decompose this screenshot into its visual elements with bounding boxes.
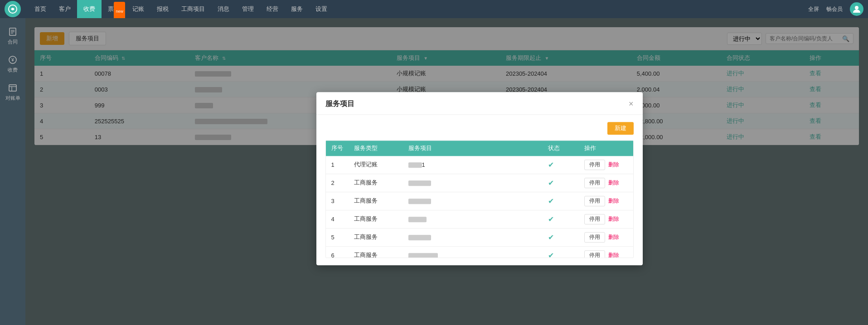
- modal-cell-item: [403, 228, 543, 246]
- modal-col-seq: 序号: [326, 141, 349, 156]
- modal-cell-seq: 5: [326, 228, 349, 246]
- modal-cell-status: ✔: [543, 210, 579, 228]
- modal-cell-item: [403, 246, 543, 258]
- modal-table-row: 5 工商服务 ✔ 停用 删除: [326, 228, 633, 246]
- modal-cell-type: 代理记账: [349, 156, 403, 174]
- modal-cell-seq: 3: [326, 192, 349, 210]
- status-check-icon: ✔: [548, 233, 554, 241]
- nav-fee[interactable]: 收费: [77, 0, 102, 18]
- sidebar-item-contract[interactable]: 合同: [1, 23, 24, 49]
- svg-rect-8: [9, 85, 16, 91]
- modal-cell-action: 停用 删除: [579, 210, 633, 228]
- modal-cell-action: 停用 删除: [579, 246, 633, 258]
- stop-button[interactable]: 停用: [584, 250, 605, 258]
- fee-icon: ¥: [7, 54, 18, 65]
- modal-cell-status: ✔: [543, 156, 579, 174]
- modal-cell-action: 停用 删除: [579, 192, 633, 210]
- sidebar: 合同 ¥ 收费 对账单: [0, 18, 25, 325]
- modal-col-type: 服务类型: [349, 141, 403, 156]
- service-items-table: 序号 服务类型 服务项目 状态 操作 1 代理记账: [326, 141, 633, 258]
- modal-table-wrapper[interactable]: 序号 服务类型 服务项目 状态 操作 1 代理记账: [325, 140, 634, 258]
- modal-cell-seq: 1: [326, 156, 349, 174]
- modal-cell-status: ✔: [543, 228, 579, 246]
- nav-tax[interactable]: 报税: [150, 0, 175, 18]
- modal-title: 服务项目: [325, 99, 354, 109]
- nav-message[interactable]: 消息: [211, 0, 236, 18]
- modal-cell-status: ✔: [543, 246, 579, 258]
- nav-service[interactable]: 服务: [285, 0, 309, 18]
- top-navigation: 首页 客户 收费 票据 new 记账 报税 工商项目 消息 管理 经营 服务 设…: [0, 0, 868, 18]
- svg-point-1: [855, 6, 858, 10]
- modal-cell-type: 工商服务: [349, 174, 403, 192]
- sidebar-item-reconcile[interactable]: 对账单: [1, 79, 24, 105]
- contract-icon: [7, 26, 18, 37]
- modal-header: 服务项目 ×: [316, 92, 643, 115]
- stop-button[interactable]: 停用: [584, 214, 605, 224]
- delete-button[interactable]: 删除: [608, 215, 619, 223]
- modal-body: 新建 序号 服务类型 服务项目 状态 操作: [316, 115, 643, 265]
- reconcile-icon: [7, 82, 18, 93]
- nav-manage[interactable]: 管理: [236, 0, 260, 18]
- modal-cell-action: 停用 删除: [579, 156, 633, 174]
- modal-cell-action: 停用 删除: [579, 174, 633, 192]
- modal-close-button[interactable]: ×: [629, 100, 634, 108]
- modal-cell-seq: 2: [326, 174, 349, 192]
- delete-button[interactable]: 删除: [608, 252, 619, 258]
- sidebar-fee-label: 收费: [8, 67, 18, 73]
- delete-button[interactable]: 删除: [608, 161, 619, 169]
- status-check-icon: ✔: [548, 252, 554, 258]
- modal-table-row: 1 代理记账 1 ✔ 停用 删除: [326, 156, 633, 174]
- nav-home[interactable]: 首页: [28, 0, 53, 18]
- fullscreen-btn[interactable]: 全屏: [808, 5, 819, 13]
- status-check-icon: ✔: [548, 161, 554, 169]
- status-check-icon: ✔: [548, 197, 554, 205]
- modal-cell-type: 工商服务: [349, 246, 403, 258]
- modal-table-row: 2 工商服务 ✔ 停用 删除: [326, 174, 633, 192]
- content-area: 新增 服务项目 进行中 已结束 全部 🔍 序: [25, 18, 868, 325]
- nav-business[interactable]: 工商项目: [175, 0, 211, 18]
- member-btn[interactable]: 畅会员: [826, 5, 843, 13]
- delete-button[interactable]: 删除: [608, 179, 619, 187]
- modal-cell-type: 工商服务: [349, 192, 403, 210]
- modal-cell-item: [403, 210, 543, 228]
- nav-invoice[interactable]: 票据 new: [102, 0, 126, 18]
- modal-cell-status: ✔: [543, 174, 579, 192]
- nav-operation[interactable]: 经营: [260, 0, 285, 18]
- modal-cell-seq: 4: [326, 210, 349, 228]
- top-right-area: 全屏 畅会员: [808, 2, 863, 16]
- modal-cell-action: 停用 删除: [579, 228, 633, 246]
- stop-button[interactable]: 停用: [584, 160, 605, 170]
- sidebar-item-fee[interactable]: ¥ 收费: [1, 51, 24, 77]
- modal-cell-item: 1: [403, 156, 543, 174]
- modal-col-action: 操作: [579, 141, 633, 156]
- svg-text:¥: ¥: [11, 58, 14, 63]
- app-logo[interactable]: [5, 1, 21, 17]
- nav-bookkeeping[interactable]: 记账: [126, 0, 150, 18]
- delete-button[interactable]: 删除: [608, 197, 619, 205]
- modal-col-status: 状态: [543, 141, 579, 156]
- delete-button[interactable]: 删除: [608, 233, 619, 241]
- stop-button[interactable]: 停用: [584, 196, 605, 206]
- sidebar-contract-label: 合同: [8, 39, 18, 45]
- status-check-icon: ✔: [548, 179, 554, 187]
- modal-cell-item: [403, 192, 543, 210]
- main-layout: 合同 ¥ 收费 对账单 新增 服务项目 进行中 已结束: [0, 18, 868, 325]
- modal-table-row: 6 工商服务 ✔ 停用 删除: [326, 246, 633, 258]
- nav-settings[interactable]: 设置: [309, 0, 334, 18]
- modal-table-row: 3 工商服务 ✔ 停用 删除: [326, 192, 633, 210]
- modal-toolbar: 新建: [325, 122, 634, 135]
- status-check-icon: ✔: [548, 215, 554, 223]
- modal-cell-status: ✔: [543, 192, 579, 210]
- stop-button[interactable]: 停用: [584, 232, 605, 243]
- user-avatar[interactable]: [850, 2, 863, 16]
- nav-client[interactable]: 客户: [53, 0, 77, 18]
- service-item-modal: 服务项目 × 新建 序号 服务类型 服务项目 状态: [316, 92, 643, 265]
- sidebar-reconcile-label: 对账单: [5, 95, 20, 102]
- modal-new-button[interactable]: 新建: [607, 122, 634, 135]
- modal-cell-type: 工商服务: [349, 210, 403, 228]
- stop-button[interactable]: 停用: [584, 178, 605, 188]
- modal-col-item: 服务项目: [403, 141, 543, 156]
- modal-cell-type: 工商服务: [349, 228, 403, 246]
- modal-table-row: 4 工商服务 ✔ 停用 删除: [326, 210, 633, 228]
- modal-cell-item: [403, 174, 543, 192]
